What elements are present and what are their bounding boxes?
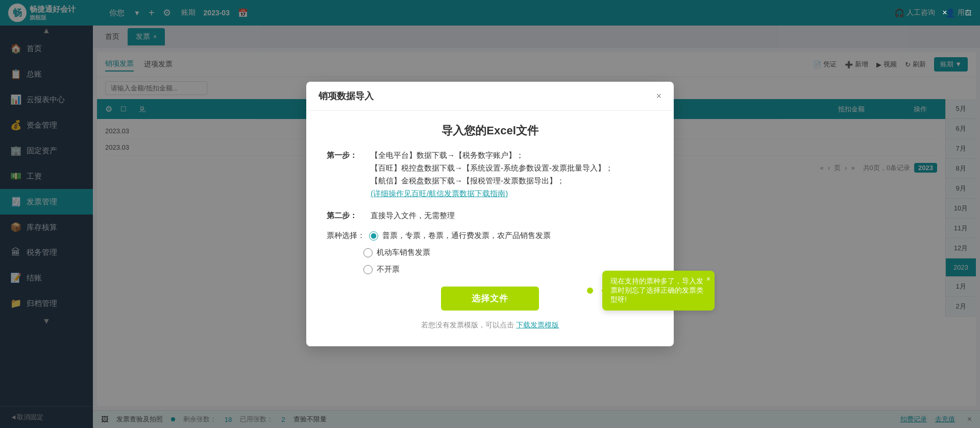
modal-header: 销项数据导入 × <box>306 82 674 111</box>
radio-motor[interactable] <box>363 248 373 257</box>
step1-line1: 【全电平台】数据下载→【税务数字账户】； <box>371 151 653 160</box>
radio-none[interactable] <box>363 265 373 274</box>
tooltip-bubble: × 现在支持的票种多了，导入发票时别忘了选择正确的发票类型呀! <box>602 271 715 311</box>
step2-label: 第二步： <box>327 211 362 221</box>
step1-link: (详细操作见百旺/航信发票数据下载指南) <box>371 189 653 199</box>
radio-normal[interactable] <box>369 231 378 241</box>
modal-footer: 若您没有发票模版，可以点击 下载发票模版 <box>327 321 653 330</box>
radio-label: 票种选择： <box>327 231 365 241</box>
step1-label: 第一步： <box>327 151 362 202</box>
ticket-type-group: 票种选择： 普票，专票，卷票，通行费发票，农产品销售发票 机动车销售发票 不开票 <box>327 231 653 274</box>
radio-none-label: 不开票 <box>377 265 400 274</box>
step1-link-text[interactable]: (详细操作见百旺/航信发票数据下载指南) <box>371 189 508 198</box>
tooltip-text: 现在支持的票种多了，导入发票时别忘了选择正确的发票类型呀! <box>610 277 703 303</box>
tooltip-dot <box>587 288 593 294</box>
window-close-btn[interactable]: × <box>933 0 957 26</box>
modal-body: 导入您的Excel文件 第一步： 【全电平台】数据下载→【税务数字账户】； 【百… <box>306 111 674 346</box>
step2: 第二步： 直接导入文件，无需整理 <box>327 211 653 221</box>
modal-close-btn[interactable]: × <box>656 91 662 102</box>
radio-row-motor: 机动车销售发票 <box>327 248 653 257</box>
step2-text: 直接导入文件，无需整理 <box>371 211 455 220</box>
step1-line3: 【航信】金税盘数据下载→【报税管理-发票数据导出】； <box>371 176 653 186</box>
download-template-link[interactable]: 下载发票模版 <box>516 321 559 329</box>
modal-main-title: 导入您的Excel文件 <box>327 123 653 138</box>
step1-content: 【全电平台】数据下载→【税务数字账户】； 【百旺】税控盘数据下载→【系统设置-系… <box>371 151 653 202</box>
step1-line2: 【百旺】税控盘数据下载→【系统设置-系统参数设置-发票批量导入】； <box>371 163 653 173</box>
radio-motor-label: 机动车销售发票 <box>377 248 430 257</box>
step2-content: 直接导入文件，无需整理 <box>371 211 653 221</box>
window-controls: × □ <box>933 0 980 26</box>
select-file-btn[interactable]: 选择文件 <box>441 287 539 311</box>
modal-title: 销项数据导入 <box>318 90 374 102</box>
step1: 第一步： 【全电平台】数据下载→【税务数字账户】； 【百旺】税控盘数据下载→【系… <box>327 151 653 202</box>
footer-text: 若您没有发票模版，可以点击 <box>421 321 514 329</box>
modal-overlay: 销项数据导入 × 导入您的Excel文件 第一步： 【全电平台】数据下载→【税务… <box>0 0 980 428</box>
radio-row-normal: 票种选择： 普票，专票，卷票，通行费发票，农产品销售发票 <box>327 231 653 241</box>
radio-normal-label: 普票，专票，卷票，通行费发票，农产品销售发票 <box>382 231 551 241</box>
window-maximize-btn[interactable]: □ <box>957 0 980 26</box>
import-modal: 销项数据导入 × 导入您的Excel文件 第一步： 【全电平台】数据下载→【税务… <box>306 82 674 346</box>
tooltip-close-btn[interactable]: × <box>706 275 710 283</box>
